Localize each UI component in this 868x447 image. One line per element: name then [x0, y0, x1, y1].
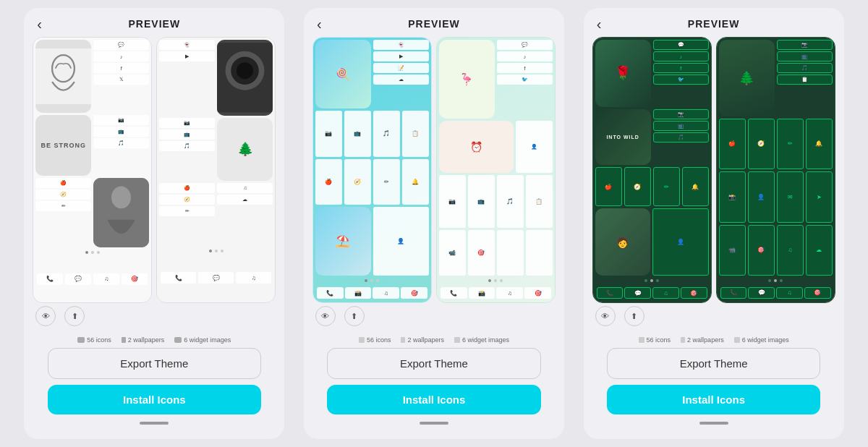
wallpapers-info-1: 2 wallpapers	[122, 336, 165, 344]
home-indicator-1	[140, 422, 169, 425]
theme-card-2: ‹ PREVIEW 🍭 👻 ▶ 📝 ☁	[304, 8, 564, 439]
phone-mock-1a: 💬 ♪ f 𝕏 BE STRONG 📷 📺 🎵	[33, 37, 152, 303]
svg-point-3	[111, 186, 131, 208]
dark-screen-3b: 🌲 📷 📺 🎵 📋 🍎 🧭 ✏ 🔔	[717, 38, 835, 302]
dots-row-1b	[159, 248, 273, 254]
phone-mock-3a: 🌹 💬 ♪ f 🐦 INTO WILD 📷 📺	[592, 37, 712, 303]
export-button-1[interactable]: Export Theme	[48, 348, 261, 379]
svg-point-7	[237, 62, 253, 79]
phone-preview-area-3: 🌹 💬 ♪ f 🐦 INTO WILD 📷 📺	[584, 37, 844, 303]
phone-preview-area-1: 💬 ♪ f 𝕏 BE STRONG 📷 📺 🎵	[24, 37, 284, 303]
share-button-3[interactable]: ⬆	[624, 306, 644, 326]
install-button-1[interactable]: Install Icons	[48, 385, 261, 414]
bw-screen-1: 💬 ♪ f 𝕏 BE STRONG 📷 📺 🎵	[33, 38, 151, 302]
home-indicator-2	[420, 422, 448, 425]
back-icon-2[interactable]: ‹	[317, 16, 322, 33]
dots-row-2b	[439, 278, 553, 284]
info-row-1: 56 icons 2 wallpapers 6 widget images	[72, 332, 237, 348]
icons-info-2: 56 icons	[359, 336, 391, 344]
widgets-info-3: 6 widget images	[734, 336, 789, 344]
svg-rect-0	[35, 48, 91, 104]
phone-mock-2b: 🦩 💬 ♪ f 🐦 ⏰ 👤	[436, 37, 556, 303]
back-icon-1[interactable]: ‹	[37, 16, 42, 33]
widgets-info-1: 6 widget images	[174, 336, 231, 344]
theme-card-1: ‹ PREVIEW	[24, 8, 284, 439]
bw-screen-1b: 👻 ▶	[157, 38, 275, 302]
theme-card-3: ‹ PREVIEW 🌹 💬 ♪ f 🐦	[584, 8, 844, 439]
dots-row-1a	[35, 250, 149, 255]
share-button-2[interactable]: ⬆	[344, 306, 365, 326]
card-header-1: ‹ PREVIEW	[24, 8, 284, 37]
info-row-2: 56 icons 2 wallpapers 6 widget images	[353, 332, 515, 348]
preview-title-1: PREVIEW	[129, 18, 181, 30]
widgets-info-2: 6 widget images	[454, 336, 509, 344]
export-button-3[interactable]: Export Theme	[607, 348, 820, 379]
share-button-1[interactable]: ⬆	[64, 306, 85, 326]
eye-button-3[interactable]: 👁	[595, 306, 616, 326]
export-button-2[interactable]: Export Theme	[327, 348, 540, 379]
card-header-2: ‹ PREVIEW	[304, 8, 564, 37]
preview-title-3: PREVIEW	[688, 18, 740, 30]
home-indicator-3	[699, 422, 728, 425]
dark-screen-3a: 🌹 💬 ♪ f 🐦 INTO WILD 📷 📺	[593, 38, 711, 302]
action-row-2: 👁 ⬆	[304, 303, 564, 332]
eye-button-1[interactable]: 👁	[35, 306, 56, 326]
phone-mock-3b: 🌲 📷 📺 🎵 📋 🍎 🧭 ✏ 🔔	[716, 37, 835, 303]
phone-mock-2a: 🍭 👻 ▶ 📝 ☁ 📷 📺 🎵 📋	[312, 37, 432, 303]
wallpapers-info-3: 2 wallpapers	[681, 336, 724, 344]
phone-preview-area-2: 🍭 👻 ▶ 📝 ☁ 📷 📺 🎵 📋	[304, 37, 564, 303]
action-row-3: 👁 ⬆	[584, 303, 844, 332]
install-button-3[interactable]: Install Icons	[607, 385, 820, 414]
icons-info-1: 56 icons	[77, 336, 111, 344]
dots-row-3a	[595, 278, 709, 284]
dots-row-2a	[315, 278, 429, 284]
icons-info-3: 56 icons	[639, 336, 671, 344]
phone-mock-1b: 👻 ▶	[156, 37, 276, 303]
back-icon-3[interactable]: ‹	[597, 16, 602, 33]
preview-title-2: PREVIEW	[408, 18, 460, 30]
info-row-3: 56 icons 2 wallpapers 6 widget images	[633, 332, 795, 348]
cards-container: ‹ PREVIEW	[0, 0, 868, 447]
eye-button-2[interactable]: 👁	[315, 306, 336, 326]
install-button-2[interactable]: Install Icons	[327, 385, 540, 414]
wallpapers-info-2: 2 wallpapers	[401, 336, 444, 344]
dots-row-3b	[719, 278, 833, 284]
card-header-3: ‹ PREVIEW	[584, 8, 844, 37]
action-row-1: 👁 ⬆	[24, 303, 284, 332]
